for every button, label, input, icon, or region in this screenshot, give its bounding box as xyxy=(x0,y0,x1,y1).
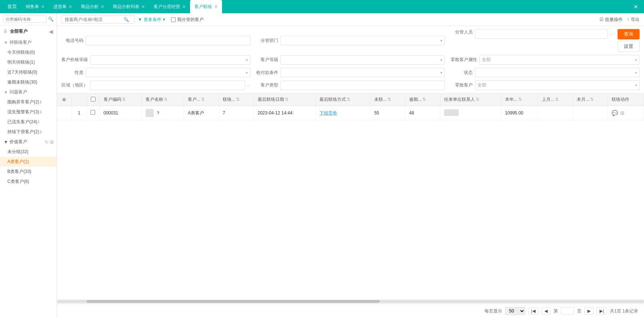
sidebar-collapse-button[interactable]: ◀ xyxy=(49,29,53,35)
filter-payment: 收付款条件 ▾ xyxy=(256,68,445,77)
person-more-icon[interactable]: ··· xyxy=(609,32,612,36)
sidebar-item-c-class[interactable]: C类客户(6) xyxy=(0,177,57,187)
scroll-thumb[interactable] xyxy=(86,300,380,303)
last-method-link[interactable]: 下销货单 xyxy=(319,110,337,116)
dept-select[interactable]: ▾ xyxy=(280,36,445,45)
close-purchase-icon[interactable]: ✕ xyxy=(69,4,72,9)
batch-action-button[interactable]: ☑ 批量操作 xyxy=(600,17,623,23)
phone-input[interactable] xyxy=(86,36,250,45)
column-overdue[interactable]: 逾期...⇅ xyxy=(405,93,440,106)
filter-customer-type: 客户类型 xyxy=(256,80,445,90)
column-name[interactable]: 客户名称⇅ xyxy=(142,93,184,106)
sidebar-item-churned[interactable]: 已流失客户(24) ℹ xyxy=(0,117,57,127)
tab-purchase[interactable]: 进货单 ✕ xyxy=(49,0,76,13)
column-contact[interactable]: 联络...⇅ xyxy=(219,93,254,106)
row-last-month-cell xyxy=(538,106,573,120)
column-gear[interactable]: ⚙ xyxy=(57,93,72,106)
tab-analysis-list[interactable]: 商品分析列表 ✕ xyxy=(108,0,149,13)
export-button[interactable]: ↑ 导出 xyxy=(627,17,640,23)
next-page-button[interactable]: ▶ xyxy=(584,307,594,315)
column-type[interactable]: 客户...⇅ xyxy=(184,93,219,106)
customer-table: ⚙ 客户编码⇅ 客户名称⇅ 客户...⇅ 联络...⇅ 最后联络日期⇅ 最后联络… xyxy=(57,93,644,120)
refresh-icon[interactable]: ↻ xyxy=(45,139,49,145)
settings-button[interactable]: 设置 xyxy=(618,41,640,52)
column-this-month[interactable]: 本月...⇅ xyxy=(573,93,608,106)
tab-analysis[interactable]: 商品分析 ✕ xyxy=(76,0,108,13)
sidebar-search-input[interactable] xyxy=(3,15,47,23)
column-last-method[interactable]: 最后联络方式⇅ xyxy=(316,93,371,106)
main-search-input[interactable] xyxy=(65,17,124,22)
close-customer-contact-icon[interactable]: ✕ xyxy=(214,4,218,9)
close-analysis-icon[interactable]: ✕ xyxy=(101,4,104,9)
row-last-method-cell: 下销货单 xyxy=(316,106,371,120)
sidebar-item-abnormal[interactable]: 囤购异常客户(2) ℹ xyxy=(0,97,57,107)
add-group-icon[interactable]: ⊞ xyxy=(50,139,54,145)
my-customers-checkbox-group: 我分管的客户 xyxy=(171,17,204,23)
first-page-button[interactable]: |◀ xyxy=(528,307,539,315)
column-this-year[interactable]: 本年...⇅ xyxy=(501,93,538,106)
payment-select[interactable]: ▾ xyxy=(280,68,445,77)
retail-attr-select[interactable]: 全部 ▾ xyxy=(479,55,640,65)
message-icon[interactable]: 💬 xyxy=(612,110,618,116)
tab-customer-ops[interactable]: 客户分层经营 ✕ xyxy=(149,0,190,13)
page-number-input[interactable]: 1 xyxy=(561,307,574,315)
customer-level-select[interactable]: ▾ xyxy=(280,55,445,65)
customer-level-label: 客户等级 xyxy=(256,57,278,63)
sidebar-section-problem[interactable]: ▼ 问题客户 xyxy=(0,87,57,97)
per-page-label: 每页显示 xyxy=(484,308,502,314)
tab-customer-contact[interactable]: 客户联络 ✕ xyxy=(190,0,222,13)
sidebar-search-icon[interactable]: 🔍 xyxy=(48,17,54,22)
filter-retail-customer: 零散客户 全部 ▾ xyxy=(451,80,640,90)
retail-attr-label: 零散客户属性 xyxy=(451,57,477,63)
more-filters-button[interactable]: ▼ 更多条件 ▾ xyxy=(138,17,165,23)
tab-sales[interactable]: 销售单 ✕ xyxy=(21,0,49,13)
page-suffix-label: 页 xyxy=(577,308,582,314)
search-box: 🔍 xyxy=(61,15,135,24)
sidebar-item-overdue-contact[interactable]: 逾期未联络(30) xyxy=(0,77,57,87)
sidebar-item-today-pending[interactable]: 今天待联络(0) xyxy=(0,47,57,57)
column-checkbox xyxy=(86,93,100,106)
my-customers-checkbox[interactable] xyxy=(171,17,176,22)
close-analysis-list-icon[interactable]: ✕ xyxy=(142,4,145,9)
sidebar-item-tomorrow-pending[interactable]: 明天待联络(1) xyxy=(0,57,57,67)
main-search-icon[interactable]: 🔍 xyxy=(124,17,129,22)
person-select[interactable] xyxy=(475,29,608,39)
column-code[interactable]: 客户编码⇅ xyxy=(100,93,142,106)
close-customer-ops-icon[interactable]: ✕ xyxy=(182,4,186,9)
sidebar-all-customers[interactable]: ⠿ 全部客户 ◀ xyxy=(0,25,57,38)
sidebar-item-b-class[interactable]: B类客户(33) xyxy=(0,167,57,177)
query-button[interactable]: 查询 xyxy=(618,29,640,39)
column-last-date[interactable]: 最后联络日期⇅ xyxy=(254,93,316,106)
column-last-month[interactable]: 上月...⇅ xyxy=(538,93,573,106)
status-select[interactable]: ▾ xyxy=(475,68,640,77)
prev-page-button[interactable]: ◀ xyxy=(541,307,551,315)
per-page-select[interactable]: 50 100 200 xyxy=(505,307,525,315)
sidebar-item-churn-warning[interactable]: 流失预警客户(3) ℹ xyxy=(0,107,57,117)
nature-select[interactable]: ▾ xyxy=(86,68,250,77)
sidebar-item-declining[interactable]: 持续下滑客户(2) ℹ xyxy=(0,127,57,137)
customer-type-input[interactable] xyxy=(280,81,445,90)
close-sales-icon[interactable]: ✕ xyxy=(41,4,44,9)
last-page-button[interactable]: ▶| xyxy=(597,307,607,315)
column-no-contact[interactable]: 未联...⇅ xyxy=(371,93,405,106)
home-tab[interactable]: 首页 xyxy=(3,0,21,13)
main-layout: 🔍 ⠿ 全部客户 ◀ ▼ 待联络客户 今天待联络(0) 明天待联络(1) 近7天… xyxy=(0,13,644,318)
top-actions: ☑ 批量操作 ↑ 导出 xyxy=(600,17,640,23)
sidebar-item-7days-pending[interactable]: 近7天待联络(0) xyxy=(0,67,57,77)
region-more-icon[interactable]: ··· xyxy=(247,83,250,88)
region-input[interactable] xyxy=(90,81,245,90)
price-level-select[interactable]: ▾ xyxy=(90,55,250,65)
sidebar-section-value[interactable]: ▼ 价值客户 ↻ ⊞ xyxy=(0,137,57,147)
select-all-checkbox[interactable] xyxy=(91,97,96,102)
row-checkbox[interactable] xyxy=(90,110,95,115)
close-all-button[interactable]: ✕ xyxy=(630,3,641,10)
sidebar-item-a-class[interactable]: A类客户(1) xyxy=(0,157,57,167)
data-table-area: ⚙ 客户编码⇅ 客户名称⇅ 客户...⇅ 联络...⇅ 最后联络日期⇅ 最后联络… xyxy=(57,93,644,299)
sidebar-item-ungrouped[interactable]: 未分组(32) xyxy=(0,147,57,157)
retail-customer-select[interactable]: 全部 ▾ xyxy=(475,80,640,90)
link-icon[interactable]: ⊞ xyxy=(620,110,625,116)
grid-icon: ⠿ xyxy=(4,29,7,34)
horizontal-scrollbar[interactable] xyxy=(57,299,644,304)
sidebar-section-pending[interactable]: ▼ 待联络客户 xyxy=(0,38,57,47)
column-prev-company[interactable]: 往来单位联系人⇅ xyxy=(440,93,501,106)
